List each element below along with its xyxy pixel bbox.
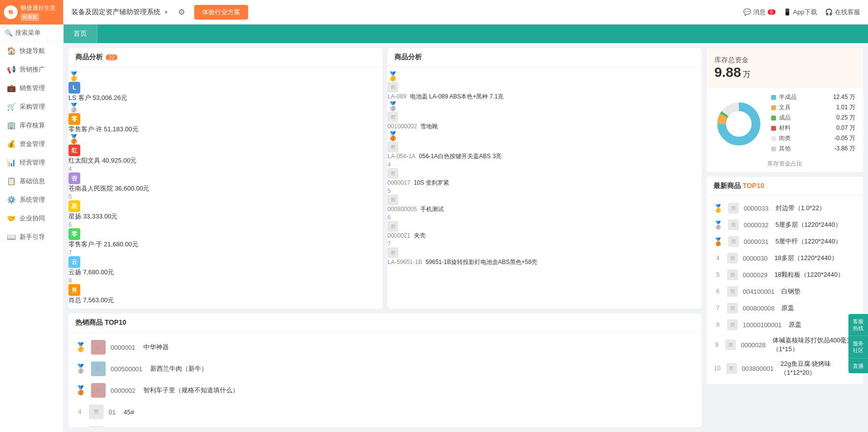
customer-amount: 53,006.26元 — [92, 94, 127, 101]
hot-product-item: 🥉 图 0000002 智利车子里（规格不知道填什么） — [69, 380, 702, 401]
hot-product-img: 图 — [91, 340, 106, 355]
topbar-right: 💬 消息 6 📱 App下载 🎧 在线客服 — [743, 8, 860, 17]
customer-name: 零售客户·于 — [69, 240, 102, 248]
sidebar: 畅 畅捷通好生意 标准版 🔍 搜索菜单 🏠快捷导航📢营销推广💼销售管理🛒采购管理… — [0, 0, 64, 432]
product-sales-item: 5 图 000800005 手机测试 — [388, 187, 702, 214]
customer-amount: 33,333.00元 — [83, 213, 118, 220]
new-product-name: 18颗粒板（1220*2440） — [775, 270, 844, 279]
new-product-name: 5厘多层（1220*2440） — [776, 220, 842, 229]
mobile-icon: 📱 — [783, 8, 791, 16]
search-menu-label: 搜索菜单 — [15, 28, 41, 37]
customer-avatar: L — [69, 82, 80, 94]
notification-btn[interactable]: 💬 消息 6 — [743, 8, 776, 17]
float-btn-客服热线[interactable]: 客服热线 — [848, 314, 868, 336]
hot-product-name: 智利车子里（规格不知道填什么） — [143, 386, 695, 395]
legend-dot — [771, 116, 776, 120]
main-area: 装备及固定资产辅助管理系统 ▼ ⚙ 体验行业方案 💬 消息 6 📱 App下载 … — [64, 0, 868, 432]
hot-products-list: 🥇 图 0000001 中华神器 🥈 图 000500001 新西兰牛肉（新牛）… — [69, 333, 702, 427]
customer-name: 肖总 — [69, 296, 81, 304]
product-img: 图 — [388, 194, 398, 205]
sidebar-item-guide[interactable]: 📖新手引导 — [0, 228, 63, 246]
sidebar-item-sales[interactable]: 💼销售管理 — [0, 79, 63, 97]
hot-product-item: 🥈 图 000500001 新西兰牛肉（新牛） — [69, 358, 702, 380]
product-name: 59651-1B旋转投影灯电池盒ABS黑色+58壳 — [424, 259, 537, 265]
inventory-header: 库存总资金 9.88 万 — [707, 48, 863, 88]
new-product-img: 图 — [728, 236, 739, 247]
new-product-code: 0000028 — [741, 341, 766, 349]
headset-icon: 🎧 — [825, 8, 833, 16]
customer-name: 苍南县人民医院 — [69, 185, 113, 192]
menu-label-enterprise: 企业协同 — [20, 214, 45, 223]
rank-num: 10 — [713, 365, 721, 372]
hot-product-item: 5 图 LA-056-1B 056-1B白色按键开关壳ABS2壳 — [69, 423, 702, 427]
new-product-name: 体碱嘉核味苏打饮品400毫升（1*15） — [773, 336, 856, 354]
new-product-code: 0000031 — [744, 238, 769, 245]
product-sales-item: 6 图 0000021 夹壳 — [388, 214, 702, 240]
legend-dot — [771, 95, 776, 100]
customer-name: 星扬 — [69, 213, 81, 220]
hot-products-title: 热销商品 TOP10 — [75, 318, 126, 327]
customer-amount: 21,680.00元 — [104, 240, 138, 248]
customer-item: 🥇 L LS 客户 53,006.26元 — [69, 71, 383, 102]
customer-avatar: 红 — [69, 144, 80, 156]
rank-num: 7 — [69, 249, 72, 256]
tab-home[interactable]: 首页 — [64, 24, 97, 43]
sidebar-item-enterprise[interactable]: 🤝企业协同 — [0, 209, 63, 228]
legend-label: 成品 — [779, 114, 833, 122]
sidebar-item-basic-info[interactable]: 📋基础信息 — [0, 172, 63, 191]
inventory-chart-area: 半成品 12.45 万 文具 1.01 万 成品 0.25 万 材料 0.07 … — [707, 88, 863, 160]
product-code: LA-59651-1B — [388, 259, 422, 265]
sidebar-item-finance[interactable]: 💰资金管理 — [0, 135, 63, 153]
menu-icon-basic-info: 📋 — [7, 177, 16, 186]
legend-dot — [771, 136, 776, 141]
menu-icon-enterprise: 🤝 — [7, 214, 16, 223]
new-product-item: 7 图 000800008 原盖 — [707, 300, 863, 316]
sidebar-item-marketing[interactable]: 📢营销推广 — [0, 60, 63, 79]
new-product-code: 10000100001 — [743, 321, 782, 329]
sidebar-item-purchase[interactable]: 🛒采购管理 — [0, 97, 63, 116]
hot-product-img: 图 — [89, 405, 104, 419]
customer-avatar: 杏 — [69, 172, 80, 184]
product-code: LA-089 — [388, 93, 407, 100]
legend-value: -0.05 万 — [834, 134, 855, 143]
sidebar-item-operation[interactable]: 📊经营管理 — [0, 153, 63, 172]
customer-name: 云扬 — [69, 268, 81, 276]
online-service-btn[interactable]: 🎧 在线客服 — [825, 8, 860, 17]
sidebar-item-inventory[interactable]: 🏢库存核算 — [0, 116, 63, 135]
legend-value: 12.45 万 — [833, 93, 855, 101]
menu-icon-system: ⚙️ — [7, 195, 16, 204]
sidebar-logo: 畅 畅捷通好生意 标准版 — [0, 0, 63, 24]
system-name: 装备及固定资产辅助管理系统 ▼ — [71, 8, 169, 17]
inventory-panel: 库存总资金 9.88 万 — [707, 48, 863, 172]
sidebar-item-quick-nav[interactable]: 🏠快捷导航 — [0, 42, 63, 60]
customer-item: 8 肖 肖总 7,563.00元 — [69, 277, 383, 305]
hot-product-img: 图 — [89, 426, 104, 427]
new-product-item: 6 图 004100001 白钢垫 — [707, 283, 863, 300]
float-btn-直播[interactable]: 直播 — [848, 359, 868, 373]
legend-label: 半成品 — [779, 93, 830, 101]
menu-icon-marketing: 📢 — [7, 65, 16, 74]
sidebar-item-system[interactable]: ⚙️系统管理 — [0, 191, 63, 209]
legend-dot — [771, 105, 776, 110]
new-product-item: 8 图 10000100001 原盖 — [707, 316, 863, 333]
product-code: 000800005 — [388, 206, 417, 213]
new-product-img: 图 — [728, 219, 739, 230]
settings-icon[interactable]: ⚙ — [175, 5, 188, 19]
app-download-btn[interactable]: 📱 App下载 — [783, 8, 817, 17]
legend-item: 成品 0.25 万 — [771, 114, 855, 122]
trial-button[interactable]: 体验行业方案 — [194, 5, 248, 20]
product-name: 056-1A白色按键开关盖ABS 3亮 — [417, 153, 502, 160]
content-right: 库存总资金 9.88 万 — [707, 48, 863, 427]
menu-icon-guide: 📖 — [7, 233, 16, 241]
float-btn-服务社区[interactable]: 服务社区 — [848, 336, 868, 359]
menu-label-basic-info: 基础信息 — [20, 177, 45, 186]
dropdown-icon[interactable]: ▼ — [163, 9, 169, 15]
menu-label-inventory: 库存核算 — [20, 121, 45, 130]
rank-medal: 🥇 — [75, 342, 86, 353]
menu-icon-quick-nav: 🏠 — [7, 47, 16, 55]
product-img: 图 — [388, 168, 398, 179]
menu-label-operation: 经营管理 — [20, 158, 45, 167]
message-badge: 6 — [768, 9, 776, 15]
search-menu[interactable]: 🔍 搜索菜单 — [0, 24, 63, 42]
new-product-item: 🥈 图 0000032 5厘多层（1220*2440） — [707, 216, 863, 233]
